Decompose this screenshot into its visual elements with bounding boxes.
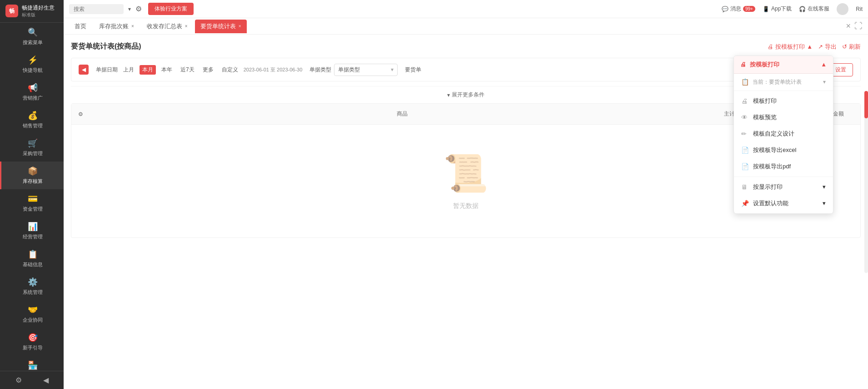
header-dropdown-btn[interactable]: ▾: [128, 6, 131, 12]
collapse-icon[interactable]: ◀: [43, 376, 49, 384]
date-filter-label: 单据日期: [96, 66, 118, 74]
chevron-up-icon: ▲: [807, 43, 813, 50]
sidebar-item-purchase[interactable]: 🛒采购管理: [0, 134, 64, 162]
avatar[interactable]: [837, 3, 848, 15]
dropdown-header[interactable]: 🖨 按模板打印 ▲: [734, 56, 833, 74]
app-download-btn[interactable]: 📱 App下载: [763, 5, 792, 13]
template-print-item[interactable]: 🖨 模板打印: [734, 93, 833, 109]
filter-collapse-btn[interactable]: ◀: [79, 65, 89, 75]
right-scrollbar[interactable]: [864, 91, 868, 273]
settings-icon[interactable]: ⚙: [15, 376, 22, 384]
template-design-item[interactable]: ✏ 模板自定义设计: [734, 126, 833, 142]
export-excel-item[interactable]: 📄 按模板导出excel: [734, 142, 833, 158]
date-this-month-btn[interactable]: 本月: [140, 65, 156, 75]
print-template-btn[interactable]: 🖨 按模板打印 ▲: [768, 43, 813, 51]
chevron-down-icon: ▾: [823, 200, 826, 207]
search-input[interactable]: [69, 4, 124, 14]
dropdown-current-section: 📋 当前：要货单统计表 ▾: [734, 74, 833, 91]
refresh-btn[interactable]: ↺ 刷新: [842, 43, 861, 51]
header-gear-icon[interactable]: ⚙: [135, 5, 142, 13]
info-icon: 📋: [741, 78, 749, 86]
window-close-btn[interactable]: ×: [846, 21, 851, 31]
current-template-label: 📋 当前：要货单统计表 ▾: [734, 76, 833, 89]
type-filter-select[interactable]: 单据类型 ▾: [334, 64, 398, 76]
bell-icon: 💬: [722, 6, 728, 12]
close-order-stats-icon[interactable]: ×: [239, 24, 241, 29]
printer-icon: 🖨: [740, 61, 746, 68]
logo-icon: 畅: [5, 5, 18, 17]
sidebar-item-basic[interactable]: 📋基础信息: [0, 245, 64, 273]
preview-icon: 👁: [741, 114, 748, 121]
marketing-icon: 📢: [28, 83, 38, 93]
type-filter-group: 单据类型 单据类型 ▾: [309, 64, 398, 76]
print-icon: 🖨: [768, 43, 773, 50]
page-title-bar: 要货单统计表(按商品) 🖨 按模板打印 ▲ ↗ 导出 ↺ 刷新: [71, 42, 861, 51]
sidebar-item-cooperation[interactable]: 🤝企业协同: [0, 300, 64, 328]
sidebar-item-guide[interactable]: 🎯新手引导: [0, 328, 64, 356]
sidebar-bottom: ⚙ ◀: [0, 371, 64, 389]
pdf-icon: 📄: [741, 163, 748, 170]
date-range-display: 2023-06-01 至 2023-06-30: [244, 66, 303, 73]
date-custom-btn[interactable]: 自定义: [219, 65, 241, 75]
online-service-btn[interactable]: 🎧 在线客服: [799, 5, 829, 13]
sidebar-item-label: 搜索菜单: [23, 39, 43, 46]
tab-order-stats[interactable]: 要货单统计表 ×: [195, 20, 247, 33]
sidebar-item-search[interactable]: 🔍搜索菜单: [0, 23, 64, 51]
sidebar-item-label: 系统管理: [23, 289, 43, 296]
sidebar-nav: 🔍搜索菜单⚡快捷导航📢营销推广💰销售管理🛒采购管理📦库存核算💳资金管理📊经营管理…: [0, 23, 64, 371]
tab-batch-account[interactable]: 库存批次账 ×: [94, 20, 140, 33]
sidebar-item-sales[interactable]: 💰销售管理: [0, 106, 64, 134]
sidebar-item-apps[interactable]: 🏪应用中心: [0, 356, 64, 371]
print-dropdown-menu: 🖨 按模板打印 ▲ 📋 当前：要货单统计表 ▾: [733, 56, 833, 214]
finance-icon: 💳: [28, 194, 38, 204]
default-function-item[interactable]: 📌 设置默认功能 ▾: [734, 195, 833, 212]
refresh-icon: ↺: [842, 43, 847, 50]
close-receipt-summary-icon[interactable]: ×: [185, 24, 188, 29]
tab-home[interactable]: 首页: [69, 20, 92, 33]
date-this-year-btn[interactable]: 本年: [159, 65, 175, 75]
display-print-item[interactable]: 🖥 按显示打印 ▾: [734, 179, 833, 195]
sidebar-item-finance[interactable]: 💳资金管理: [0, 189, 64, 217]
template-preview-item[interactable]: 👁 模板预览: [734, 109, 833, 126]
apps-icon: 🏪: [28, 360, 38, 370]
export-pdf-item[interactable]: 📄 按模板导出pdf: [734, 158, 833, 175]
notifications-btn[interactable]: 💬 消息 99+: [722, 5, 755, 13]
expand-more-btn[interactable]: ▾ 展开更多条件: [443, 89, 489, 101]
sidebar-logo: 畅 畅捷通好生意 标准版: [0, 0, 64, 23]
sidebar-item-quick-nav[interactable]: ⚡快捷导航: [0, 51, 64, 78]
sidebar-item-system[interactable]: ⚙️系统管理: [0, 273, 64, 300]
sales-icon: 💰: [28, 111, 38, 121]
sidebar-item-label: 企业协同: [23, 317, 43, 323]
tabs-bar: 首页 库存批次账 × 收发存汇总表 × 要货单统计表 × × ⛶: [64, 18, 868, 35]
date-filter-group: 单据日期 上月 本月 本年 近7天 更多 自定义 2023-06-01 至 20…: [96, 65, 302, 75]
dropdown-print-section: 🖨 模板打印 👁 模板预览 ✏ 模板自定义设计: [734, 91, 833, 177]
header-right: 💬 消息 99+ 📱 App下载 🎧 在线客服 Rit: [722, 3, 863, 15]
sidebar-item-label: 快捷导航: [23, 67, 43, 74]
sidebar-item-marketing[interactable]: 📢营销推广: [0, 78, 64, 106]
page-content: 要货单统计表(按商品) 🖨 按模板打印 ▲ ↗ 导出 ↺ 刷新: [64, 35, 868, 389]
chevron-up-icon: ▲: [821, 61, 827, 68]
search-icon: 🔍: [28, 27, 38, 37]
date-more-btn[interactable]: 更多: [200, 65, 216, 75]
toolbar-right: 🖨 按模板打印 ▲ ↗ 导出 ↺ 刷新: [768, 43, 861, 51]
window-maximize-btn[interactable]: ⛶: [854, 21, 863, 31]
tab-receipt-summary[interactable]: 收发存汇总表 ×: [141, 20, 193, 33]
type-filter-label: 单据类型: [309, 66, 331, 74]
order-type-label: 要货单: [405, 66, 421, 74]
system-icon: ⚙️: [28, 277, 38, 287]
close-batch-account-icon[interactable]: ×: [131, 24, 134, 29]
cooperation-icon: 🤝: [28, 305, 38, 315]
sidebar-item-operation[interactable]: 📊经营管理: [0, 217, 64, 245]
dropdown-extra-section: 🖥 按显示打印 ▾ 📌 设置默认功能 ▾: [734, 177, 833, 213]
trial-button[interactable]: 体验行业方案: [148, 3, 194, 15]
guide-icon: 🎯: [28, 333, 38, 343]
date-last-month-btn[interactable]: 上月: [120, 65, 137, 75]
quick-nav-icon: ⚡: [28, 55, 38, 65]
export-btn[interactable]: ↗ 导出: [818, 43, 837, 51]
sidebar-item-inventory[interactable]: 📦库存核算: [0, 162, 64, 189]
th-settings[interactable]: ⚙: [71, 108, 90, 120]
th-product: 商品: [90, 107, 715, 121]
top-header: ▾ ⚙ 体验行业方案 💬 消息 99+ 📱 App下载 🎧 在线客服 Rit: [64, 0, 868, 18]
date-7days-btn[interactable]: 近7天: [178, 65, 197, 75]
sidebar-item-label: 经营管理: [23, 233, 43, 240]
